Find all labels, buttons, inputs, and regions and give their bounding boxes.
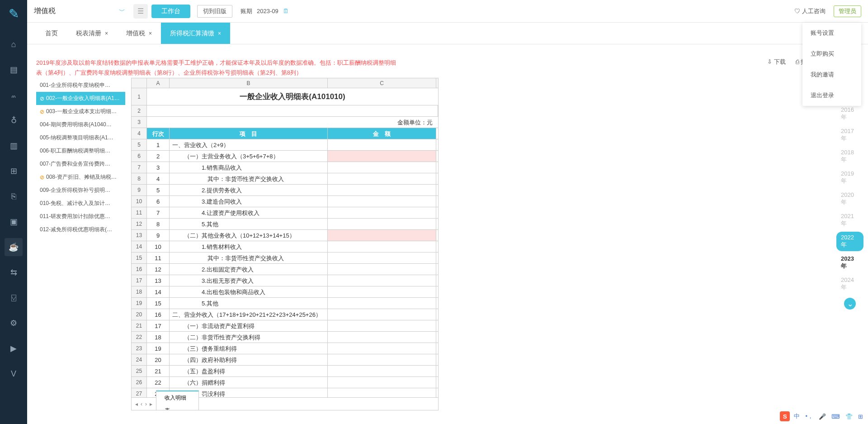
cell-amount[interactable] xyxy=(328,207,436,218)
cell-amount[interactable] xyxy=(328,366,436,376)
cell-item[interactable]: 一、营业收入（2+9） xyxy=(170,139,328,150)
tab[interactable]: 所得税汇算清缴× xyxy=(161,23,230,44)
cell-rownum[interactable]: 18 xyxy=(147,332,170,343)
year-item[interactable]: 2022年 xyxy=(836,232,863,251)
row-header[interactable]: 4 xyxy=(132,128,147,139)
rail-chart-icon[interactable]: ⩋ xyxy=(5,86,23,104)
ime-brand-icon[interactable]: S xyxy=(780,411,790,421)
cell-amount[interactable] xyxy=(328,377,436,388)
cell-rownum[interactable]: 22 xyxy=(147,377,170,388)
cell-rownum[interactable]: 17 xyxy=(147,320,170,331)
rail-doc-icon[interactable]: ▤ xyxy=(5,61,23,79)
row-header[interactable]: 18 xyxy=(132,286,147,297)
row-header[interactable]: 7 xyxy=(132,162,147,173)
cell-amount[interactable] xyxy=(328,309,436,320)
tab[interactable]: 税表清册× xyxy=(67,23,117,44)
rail-calc-icon[interactable]: ⊞ xyxy=(5,162,23,180)
cell-item[interactable]: （二）非货币性资产交换利得 xyxy=(170,332,328,343)
row-header[interactable]: 22 xyxy=(132,332,147,343)
rail-form-icon[interactable]: ⎘ xyxy=(5,187,23,205)
rail-money-icon[interactable]: ♁ xyxy=(5,111,23,129)
admin-user-button[interactable]: 管理员 xyxy=(834,5,861,17)
period-value[interactable]: 2023-09 xyxy=(257,8,278,14)
rail-box-icon[interactable]: ▣ xyxy=(5,213,23,231)
form-list-item[interactable]: 009-企业所得税弥补亏损明… xyxy=(36,184,125,197)
cell-item[interactable]: 5.其他 xyxy=(170,219,328,229)
list-icon-button[interactable]: ☰ xyxy=(133,4,148,19)
sheet-nav-arrows[interactable]: ◂‹›▸ xyxy=(132,401,156,407)
rail-transfer-icon[interactable]: ⇆ xyxy=(5,263,23,281)
row-header[interactable]: 23 xyxy=(132,343,147,354)
year-item[interactable]: 2019年 xyxy=(836,168,863,187)
form-list-item[interactable]: 012-减免所得税优惠明细表(… xyxy=(36,223,125,236)
cell-rownum[interactable]: 1 xyxy=(147,139,170,150)
form-list-item[interactable]: 007-广告费和业务宣传费跨… xyxy=(36,157,125,171)
cell-amount[interactable] xyxy=(328,219,436,229)
close-icon[interactable]: × xyxy=(105,30,108,37)
cell-rownum[interactable]: 3 xyxy=(147,162,170,173)
rail-home-icon[interactable]: ⌂ xyxy=(5,35,23,53)
cell-item[interactable]: 其中：非货币性资产交换收入 xyxy=(170,252,328,263)
year-item[interactable]: 2020年 xyxy=(836,189,863,209)
year-item[interactable]: 2024年 xyxy=(836,274,863,294)
row-header[interactable]: 26 xyxy=(132,377,147,388)
cell-amount[interactable] xyxy=(328,286,436,297)
row-header[interactable]: 21 xyxy=(132,320,147,331)
close-icon[interactable]: × xyxy=(218,30,221,37)
cell-rownum[interactable]: 10 xyxy=(147,241,170,252)
col-header-b[interactable]: B xyxy=(170,78,328,88)
cell-amount[interactable] xyxy=(328,241,436,252)
row-header[interactable]: 19 xyxy=(132,298,147,309)
user-menu-item[interactable]: 我的邀请 xyxy=(802,64,861,85)
row-header[interactable]: 5 xyxy=(132,139,147,150)
cell-rownum[interactable]: 7 xyxy=(147,207,170,218)
year-item[interactable]: 2017年 xyxy=(836,125,863,145)
cell-rownum[interactable]: 8 xyxy=(147,219,170,229)
cell-amount[interactable] xyxy=(328,252,436,263)
cell-rownum[interactable]: 13 xyxy=(147,275,170,286)
row-header[interactable]: 13 xyxy=(132,230,147,241)
row-header[interactable]: 1 xyxy=(132,88,147,105)
vertical-scrollbar[interactable] xyxy=(823,78,830,410)
row-header[interactable]: 17 xyxy=(132,275,147,286)
ime-punct-icon[interactable]: •， xyxy=(804,412,815,420)
module-selector[interactable]: 增值税 ﹀ xyxy=(34,6,130,16)
cell-amount[interactable] xyxy=(328,298,436,309)
col-header-a[interactable]: A xyxy=(147,78,170,88)
ime-keyboard-icon[interactable]: ⌨ xyxy=(830,413,841,420)
row-header[interactable]: 11 xyxy=(132,207,147,218)
rail-v-icon[interactable]: V xyxy=(5,365,23,383)
cell-item[interactable]: （三）债务重组利得 xyxy=(170,343,328,354)
cell-rownum[interactable]: 14 xyxy=(147,286,170,297)
row-header[interactable]: 9 xyxy=(132,185,147,195)
rail-bowl-icon[interactable]: ☕ xyxy=(5,238,23,256)
row-header[interactable]: 10 xyxy=(132,196,147,207)
form-list-item[interactable]: 004-期间费用明细表(A1040… xyxy=(36,118,125,131)
cell-item[interactable]: 4.出租包装物和商品收入 xyxy=(170,286,328,297)
form-list-item[interactable]: ⊘002-一般企业收入明细表(A1… xyxy=(36,92,125,105)
user-menu-item[interactable]: 退出登录 xyxy=(802,85,861,106)
tab[interactable]: 首页 xyxy=(36,23,67,44)
form-list-item[interactable]: ⊘008-资产折旧、摊销及纳税… xyxy=(36,171,125,184)
rail-gear-icon[interactable]: ⚙ xyxy=(5,314,23,332)
cell-rownum[interactable]: 4 xyxy=(147,173,170,184)
cell-rownum[interactable]: 2 xyxy=(147,151,170,162)
consult-link[interactable]: ♡ 人工咨询 xyxy=(794,7,826,15)
year-item[interactable]: 2016年 xyxy=(836,104,863,124)
cell-amount[interactable] xyxy=(328,343,436,354)
cell-item[interactable]: （六）捐赠利得 xyxy=(170,377,328,388)
cell-item[interactable]: 3.建造合同收入 xyxy=(170,196,328,207)
form-list-item[interactable]: ⊘003-一般企业成本支出明细… xyxy=(36,105,125,118)
user-menu-item[interactable]: 立即购买 xyxy=(802,43,861,64)
cell-rownum[interactable]: 21 xyxy=(147,366,170,376)
rail-clipboard-icon[interactable]: ▥ xyxy=(5,137,23,155)
year-expand-icon[interactable]: ⌄ xyxy=(844,298,856,310)
cell-item[interactable]: （四）政府补助利得 xyxy=(170,354,328,365)
rail-inbox-icon[interactable]: ⍌ xyxy=(5,289,23,307)
download-button[interactable]: ⇩ 下载 xyxy=(767,58,786,66)
cell-amount[interactable] xyxy=(328,275,436,286)
row-header[interactable]: 6 xyxy=(132,151,147,162)
form-list-item[interactable]: 005-纳税调整项目明细表(A1… xyxy=(36,131,125,144)
cell-item[interactable]: 4.让渡资产使用权收入 xyxy=(170,207,328,218)
corner-cell[interactable] xyxy=(132,78,147,88)
